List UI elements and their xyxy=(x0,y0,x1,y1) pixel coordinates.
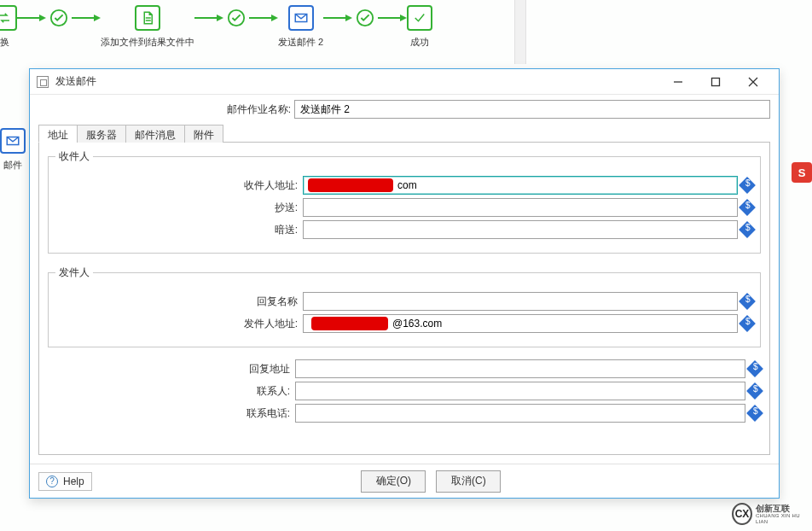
variable-picker-button[interactable] xyxy=(739,177,756,194)
recipient-addr-label: 收件人地址: xyxy=(55,178,303,193)
dialog-title: 发送邮件 xyxy=(55,74,659,89)
phone-input[interactable] xyxy=(295,404,745,423)
sender-addr-label: 发件人地址: xyxy=(55,317,303,331)
recipient-fieldset: 收件人 收件人地址: 抄送: 暗送: xyxy=(48,149,761,254)
tabpane-address: 收件人 收件人地址: 抄送: 暗送: xyxy=(38,143,770,455)
tabs: 地址 服务器 邮件消息 附件 xyxy=(38,124,770,143)
workflow-node-label: 成功 xyxy=(410,36,429,49)
workflow-node-addfile[interactable] xyxy=(135,5,160,31)
recipient-legend: 收件人 xyxy=(55,149,93,164)
workflow-arrow xyxy=(378,5,407,31)
cc-label: 抄送: xyxy=(55,201,303,215)
document-icon xyxy=(140,10,155,26)
workflow-arrow xyxy=(323,5,352,31)
dialog-footer: ? Help 确定(O) 取消(C) xyxy=(30,464,779,498)
check-icon xyxy=(412,10,427,26)
svg-marker-6 xyxy=(217,15,223,21)
brand-line2: CHUANG XIN HU LIAN xyxy=(756,513,809,524)
background-scrollbar[interactable] xyxy=(514,0,526,64)
reply-name-input[interactable] xyxy=(303,292,738,311)
ok-button-label: 确定(O) xyxy=(376,474,411,488)
maximize-button[interactable] xyxy=(697,69,734,95)
workflow-strip: 换 添加文件到结果文件中 发送邮件 2 成功 xyxy=(0,5,812,56)
workflow-arrow xyxy=(72,5,101,31)
recipient-addr-input[interactable] xyxy=(303,176,738,195)
workflow-node-label: 发送邮件 2 xyxy=(278,36,323,49)
brand-logo: CX 创新互联 CHUANG XIN HU LIAN xyxy=(732,500,809,528)
sender-legend: 发件人 xyxy=(55,266,93,280)
variable-picker-button[interactable] xyxy=(739,293,756,310)
mail-icon xyxy=(293,10,309,26)
help-label: Help xyxy=(63,476,84,487)
contact-input[interactable] xyxy=(295,382,745,400)
workflow-node-label: 添加文件到结果文件中 xyxy=(101,36,194,49)
mail-icon xyxy=(5,133,20,149)
bcc-label: 暗送: xyxy=(55,223,303,237)
variable-picker-button[interactable] xyxy=(746,382,763,400)
tab-message[interactable]: 邮件消息 xyxy=(125,125,185,143)
swap-icon xyxy=(0,10,12,26)
cancel-button[interactable]: 取消(C) xyxy=(436,470,501,493)
check-icon xyxy=(46,5,72,31)
workflow-node-label: 邮件 xyxy=(3,159,22,172)
workflow-node-label: 换 xyxy=(0,36,9,49)
workflow-node-partial[interactable] xyxy=(0,5,17,31)
ok-button[interactable]: 确定(O) xyxy=(361,470,426,493)
brand-mark: CX xyxy=(732,503,752,525)
close-icon xyxy=(748,77,758,87)
cancel-button-label: 取消(C) xyxy=(451,474,486,488)
variable-picker-button[interactable] xyxy=(746,405,763,422)
variable-picker-button[interactable] xyxy=(739,315,756,332)
reply-addr-label: 回复地址 xyxy=(48,362,295,376)
workflow-node-mail-partial[interactable]: 邮件 xyxy=(0,128,26,172)
cc-input[interactable] xyxy=(303,198,738,217)
workflow-node-success[interactable] xyxy=(407,5,432,31)
svg-marker-15 xyxy=(400,15,407,21)
sender-fieldset: 发件人 回复名称 发件人地址: xyxy=(48,266,761,347)
workflow-arrow xyxy=(249,5,278,31)
job-name-label: 邮件作业名称: xyxy=(38,102,294,117)
ime-badge-text: S xyxy=(798,166,806,179)
reply-addr-input[interactable] xyxy=(295,359,745,378)
dialog-titlebar[interactable]: 发送邮件 xyxy=(30,69,779,95)
variable-picker-button[interactable] xyxy=(746,360,763,377)
minimize-button[interactable] xyxy=(659,69,697,95)
reply-name-label: 回复名称 xyxy=(55,295,303,309)
tab-attachment[interactable]: 附件 xyxy=(184,125,223,143)
svg-marker-1 xyxy=(39,15,46,21)
sender-addr-input[interactable] xyxy=(303,314,738,333)
svg-marker-4 xyxy=(94,15,101,21)
workflow-node-sendmail[interactable] xyxy=(288,5,314,31)
bcc-input[interactable] xyxy=(303,220,738,239)
check-icon xyxy=(223,5,249,31)
window-icon xyxy=(37,76,49,88)
brand-line1: 创新互联 xyxy=(756,504,809,513)
job-name-input[interactable] xyxy=(294,100,770,119)
tab-server[interactable]: 服务器 xyxy=(77,125,126,143)
close-button[interactable] xyxy=(734,69,772,95)
maximize-icon xyxy=(710,77,721,87)
svg-marker-12 xyxy=(345,15,352,21)
send-mail-dialog: 发送邮件 邮件作业名称: 地址 服务器 邮件消息 附件 收件人 收件人地址: xyxy=(29,68,780,499)
help-icon: ? xyxy=(46,476,58,487)
help-button[interactable]: ? Help xyxy=(38,472,92,491)
svg-rect-18 xyxy=(712,78,720,85)
phone-label: 联系电话: xyxy=(48,406,295,421)
tab-address[interactable]: 地址 xyxy=(38,125,78,143)
svg-marker-9 xyxy=(271,15,278,21)
contact-label: 联系人: xyxy=(48,384,295,399)
variable-picker-button[interactable] xyxy=(739,199,756,216)
workflow-arrow xyxy=(194,5,223,31)
variable-picker-button[interactable] xyxy=(739,221,756,238)
check-icon xyxy=(352,5,378,31)
minimize-icon xyxy=(673,77,683,87)
ime-badge[interactable]: S xyxy=(792,162,812,183)
workflow-arrow xyxy=(17,5,46,31)
